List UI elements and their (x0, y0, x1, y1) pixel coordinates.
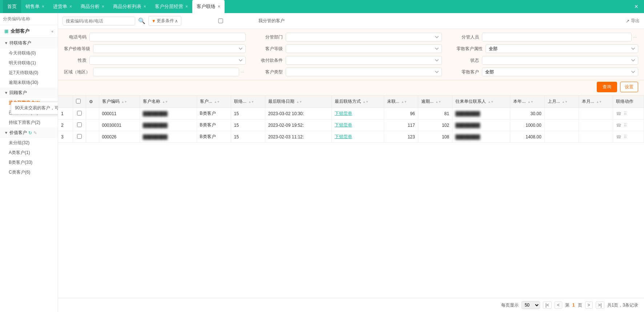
filter-row-3: 性质 收付款条件 状态 (64, 56, 638, 65)
filter-retail-customer-select[interactable]: 全部 (482, 68, 638, 76)
td-overdue: 81 (418, 108, 452, 119)
last-method-link-2[interactable]: 下销货单 (335, 134, 352, 139)
action-icon-more-0[interactable]: ⠿ (624, 111, 627, 116)
my-customers-checkbox[interactable] (184, 19, 257, 23)
th-last-method: 最后联络方式 ▲▼ (331, 96, 384, 108)
prev-page-button[interactable]: < (555, 301, 562, 309)
td-last-method: 下销货单 (331, 119, 384, 131)
sidebar-item-week[interactable]: 近7天待联络(0) (0, 68, 58, 78)
action-icon-contact-2[interactable]: ☎ (616, 134, 621, 139)
sidebar-item-class-c[interactable]: C类客户(6) (0, 167, 58, 177)
my-customers-filter[interactable]: 我分管的客户 (184, 18, 285, 24)
action-icon-more-1[interactable]: ⠿ (624, 123, 627, 128)
sidebar-group-review-label: 回顾客户 (9, 90, 27, 96)
filter-customer-type: 客户类型 (260, 68, 442, 76)
tab-customer-contact[interactable]: 客户联络 × (192, 0, 225, 13)
row-checkbox-2[interactable] (77, 134, 82, 139)
arrow-icon-value: ▼ (4, 131, 8, 135)
sort-icon-contact[interactable]: ▲▼ (248, 100, 254, 104)
window-close-button[interactable]: × (631, 3, 641, 11)
first-page-button[interactable]: |< (543, 301, 552, 309)
sort-icon-type[interactable]: ▲▼ (214, 100, 220, 104)
next-page-button[interactable]: > (585, 301, 593, 309)
tab-goods-analysis-list[interactable]: 商品分析列表 × (109, 0, 150, 13)
tab-home[interactable]: 首页 (3, 0, 21, 13)
filter-dept-select[interactable] (286, 33, 442, 41)
per-page-select[interactable]: 50 100 200 (522, 301, 540, 309)
export-button[interactable]: ↗ 导出 (626, 18, 640, 24)
sidebar-group-review-header[interactable]: ▼ 回顾客户 (0, 88, 58, 98)
refresh-icon[interactable]: ↻ (28, 130, 32, 135)
tab-purchase-close[interactable]: × (69, 4, 72, 9)
filter-retail-customer-label: 零散客户 (456, 69, 482, 75)
sidebar-group-pending-header[interactable]: ▼ 待联络客户 (0, 38, 58, 48)
filter-payment-select[interactable] (286, 56, 442, 65)
filter-region-label: 区域（地区） (64, 69, 93, 75)
sort-icon-name[interactable]: ▲▼ (162, 100, 168, 104)
tab-sales[interactable]: 销售单 × (21, 0, 49, 13)
row-checkbox-0[interactable] (77, 111, 82, 116)
all-customers-label: 全部客户 (11, 28, 29, 35)
tab-goods-analysis[interactable]: 商品分析 × (76, 0, 109, 13)
filter-region-dots[interactable]: ··· (239, 69, 246, 74)
action-icon-contact-0[interactable]: ☎ (616, 111, 621, 116)
filter-dept-label: 分管部门 (260, 34, 286, 40)
collapse-icon[interactable]: « (51, 29, 53, 33)
last-method-link-0[interactable]: 下销货单 (335, 111, 352, 116)
sidebar-search-input[interactable] (3, 16, 57, 21)
tab-customer-tier-close[interactable]: × (185, 4, 188, 9)
filter-customer-type-select[interactable] (286, 68, 442, 76)
filter-person-dots[interactable]: ··· (632, 35, 638, 40)
sidebar-item-class-a[interactable]: A类客户(1) (0, 148, 58, 158)
tab-goods-analysis-close[interactable]: × (102, 4, 104, 9)
sort-icon-this-year[interactable]: ▲▼ (528, 100, 534, 104)
row-checkbox-1[interactable] (77, 122, 82, 127)
sidebar-group-value-header[interactable]: ▼ 价值客户 ↻ ✎ (0, 127, 58, 138)
last-method-link-1[interactable]: 下销货单 (335, 122, 352, 127)
sidebar-item-overdue[interactable]: 逾期未联络(30) (0, 78, 58, 88)
query-button[interactable]: 查询 (597, 82, 617, 92)
sort-icon-last-method[interactable]: ▲▼ (363, 100, 369, 104)
tab-purchase[interactable]: 进货单 × (49, 0, 76, 13)
table-header-row: ⚙ 客户编码 ▲▼ 客户名称 ▲▼ 客户... ▲▼ (58, 96, 644, 108)
th-settings[interactable]: ⚙ (86, 96, 99, 108)
th-check (73, 96, 86, 108)
filter-customer-level-select[interactable] (286, 44, 442, 53)
sidebar-search-icon[interactable]: 🔍 (57, 16, 58, 22)
select-all-checkbox[interactable] (76, 99, 81, 104)
sort-icon-last-month[interactable]: ▲▼ (562, 100, 568, 104)
tab-goods-analysis-list-close[interactable]: × (144, 4, 146, 9)
tab-customer-contact-close[interactable]: × (218, 4, 220, 9)
action-icon-more-2[interactable]: ⠿ (624, 134, 627, 139)
more-conditions-button[interactable]: ▼ 更多条件 ∧ (148, 16, 181, 26)
sort-icon-no-contact[interactable]: ▲▼ (401, 100, 407, 104)
search-button[interactable]: 🔍 (138, 17, 145, 24)
sort-icon-last-date[interactable]: ▲▼ (296, 100, 302, 104)
sidebar-item-declining[interactable]: 持续下滑客户(2) (0, 118, 58, 127)
filter-region-input[interactable] (93, 68, 239, 76)
sort-icon-company-contact[interactable]: ▲▼ (488, 100, 494, 104)
settings-button[interactable]: 设置 (620, 82, 638, 92)
sidebar-item-ungrouped[interactable]: 未分组(32) (0, 138, 58, 148)
filter-phone-input[interactable] (89, 33, 246, 41)
tab-customer-tier[interactable]: 客户分层经营 × (150, 0, 192, 13)
sort-icon-code[interactable]: ▲▼ (121, 100, 127, 104)
td-last-month (544, 119, 579, 131)
edit-icon[interactable]: ✎ (33, 130, 37, 135)
filter-price-level-select[interactable] (93, 44, 246, 53)
td-last-method: 下销货单 (331, 131, 384, 143)
sort-icon-this-month[interactable]: ▲▼ (596, 100, 602, 104)
search-input[interactable] (63, 17, 135, 25)
sidebar-item-today[interactable]: 今天待联络(0) (0, 48, 58, 58)
sidebar-item-tomorrow[interactable]: 明天待联络(1) (0, 58, 58, 68)
filter-nature-select[interactable] (89, 56, 246, 65)
action-icon-contact-1[interactable]: ☎ (616, 123, 621, 128)
tab-sales-close[interactable]: × (42, 4, 44, 9)
sort-icon-overdue[interactable]: ▲▼ (435, 100, 441, 104)
filter-retail-attr-select[interactable]: 全部 (486, 44, 638, 53)
sidebar-all-customers[interactable]: ⊞ 全部客户 « (0, 25, 58, 38)
sidebar-item-class-b[interactable]: B类客户(33) (0, 158, 58, 167)
filter-person-input[interactable] (482, 33, 632, 41)
filter-status-select[interactable] (482, 56, 638, 65)
last-page-button[interactable]: >| (596, 301, 604, 309)
